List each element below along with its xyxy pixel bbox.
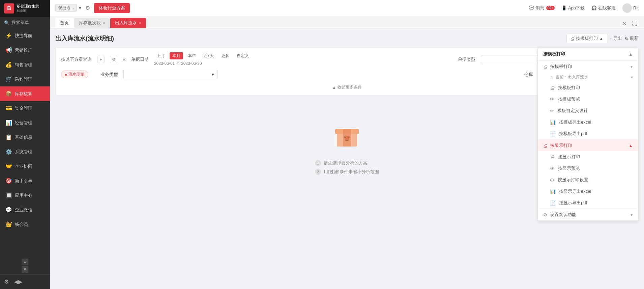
basic-icon: 📋 <box>5 134 12 140</box>
online-service-btn[interactable]: 🎧 在线客服 <box>591 5 616 11</box>
sidebar-item-basic[interactable]: 📋 基础信息 <box>0 130 50 144</box>
template-section-header[interactable]: 🖨 按模板打印 ▾ <box>538 61 638 72</box>
date-tab-prev-month[interactable]: 上月 <box>154 52 168 59</box>
display-preview-item[interactable]: 👁 按显示预览 <box>538 163 638 174</box>
default-section-label: 设置默认功能 <box>550 212 576 218</box>
sidebar-item-guide[interactable]: 🎯 新手引导 <box>0 174 50 188</box>
message-icon: 💬 <box>529 5 534 10</box>
export-icon: ↑ <box>610 36 612 41</box>
sidebar-item-sales[interactable]: 💰 销售管理 <box>0 57 50 72</box>
tab-inout-flow-close[interactable]: × <box>139 21 141 25</box>
account-name: 畅捷通... <box>55 4 77 12</box>
tabs-bar: 首页 库存批次账 × 出入库流水 × ✕ ⛶ <box>50 16 644 28</box>
display-excel-item[interactable]: 📊 按显示导出excel <box>538 186 638 197</box>
date-tab-current-month[interactable]: 本月 <box>170 52 183 59</box>
sidebar-item-label: 基础信息 <box>15 134 32 140</box>
default-section-header[interactable]: ⚙ 设置默认功能 ▾ <box>538 209 638 220</box>
logo-icon: B <box>4 3 14 14</box>
app-download-label: App下载 <box>568 5 585 11</box>
app-version: 标准版 <box>17 9 39 13</box>
sidebar-item-label: 系统管理 <box>15 149 32 155</box>
template-print-item[interactable]: 🖨 按模板打印 <box>538 82 638 94</box>
tab-inventory-batch-close[interactable]: × <box>103 21 105 25</box>
template-pdf-item[interactable]: 📄 按模板导出pdf <box>538 128 638 139</box>
warehouse-label: 仓库 <box>524 72 533 78</box>
sidebar-item-cooperation[interactable]: 🤝 企业协同 <box>0 159 50 174</box>
sidebar-item-quick-nav[interactable]: ⚡ 快捷导航 <box>0 28 50 43</box>
export-btn[interactable]: ↑ 导出 <box>610 35 622 42</box>
filter-add-btn[interactable]: + <box>97 56 105 63</box>
user-menu[interactable]: Rit <box>622 3 639 13</box>
trial-btn[interactable]: 体验行业方案 <box>94 3 130 13</box>
template-preview-label: 按模板预览 <box>558 96 580 102</box>
maximize-window-btn[interactable]: ⛶ <box>631 19 639 28</box>
pdf-icon: 📄 <box>550 131 556 136</box>
message-btn[interactable]: 💬 消息 99+ <box>529 5 555 11</box>
tab-inventory-batch-label: 库存批次账 <box>79 20 101 26</box>
collapse-btn[interactable]: ▲ 收起更多条件 <box>332 84 362 90</box>
business-type-select[interactable]: ▾ <box>123 70 218 79</box>
sidebar-item-inventory[interactable]: 📦 库存核算 <box>0 86 50 101</box>
page-top-bar: 出入库流水(流水明细) 🖨 按模板打印 ▲ ↑ 导出 ↻ 刷新 <box>55 34 639 43</box>
template-excel-label: 按模板导出excel <box>559 119 591 125</box>
sidebar-item-purchase[interactable]: 🛒 采购管理 <box>0 72 50 86</box>
search-menu[interactable]: 🔍 搜索菜单 <box>0 17 50 28</box>
tab-inout-flow[interactable]: 出入库流水 × <box>110 18 146 28</box>
sidebar-item-apps[interactable]: 🔲 应用中心 <box>0 188 50 203</box>
sidebar-item-label: 新手引导 <box>15 178 32 184</box>
sidebar-item-label: 营销推广 <box>15 47 32 53</box>
sidebar-item-operations[interactable]: 📊 经营管理 <box>0 115 50 130</box>
date-tab-7days[interactable]: 近7天 <box>201 52 216 59</box>
template-design-item[interactable]: ✏ 模板自定义设计 <box>538 105 638 116</box>
chevron-up-dropdown: ▲ <box>628 52 633 57</box>
display-pdf-icon: 📄 <box>550 200 556 206</box>
display-print-settings-item[interactable]: ⚙ 按显示打印设置 <box>538 174 638 186</box>
sidebar-item-marketing[interactable]: 📢 营销推广 <box>0 43 50 57</box>
step-1-text: 请先选择要分析的方案 <box>324 160 368 166</box>
refresh-btn[interactable]: ↻ 刷新 <box>625 35 639 42</box>
tab-inout-flow-label: 出入库流水 <box>115 20 137 26</box>
date-tab-more[interactable]: 更多 <box>218 52 232 59</box>
date-tab-custom[interactable]: 自定义 <box>234 52 252 59</box>
empty-svg <box>330 120 364 153</box>
default-settings-section: ⚙ 设置默认功能 ▾ <box>538 209 638 220</box>
template-design-label: 模板自定义设计 <box>557 108 588 114</box>
template-print-btn[interactable]: 🖨 按模板打印 ▲ <box>566 34 607 43</box>
display-print-icon: 🖨 <box>543 143 548 148</box>
filter-tag-label: 流水明细 <box>68 72 85 77</box>
filter-collapse-btn[interactable]: « <box>123 56 126 62</box>
sidebar-item-wechat[interactable]: 💬 企业微信 <box>0 203 50 217</box>
tab-home[interactable]: 首页 <box>55 18 74 28</box>
operations-icon: 📊 <box>5 120 12 126</box>
sales-icon: 💰 <box>5 61 12 68</box>
settings-icon[interactable]: ⚙ <box>4 279 9 285</box>
template-preview-item[interactable]: 👁 按模板预览 <box>538 94 638 105</box>
dropdown-title: 按模板打印 <box>543 51 565 57</box>
close-window-btn[interactable]: ✕ <box>621 19 628 28</box>
sidebar: B 畅捷通好生意 标准版 🔍 搜索菜单 ⚡ 快捷导航 📢 营销推广 💰 销售管理… <box>0 0 50 289</box>
date-tab-current-year[interactable]: 本年 <box>185 52 199 59</box>
marketing-icon: 📢 <box>5 47 12 53</box>
filter-tag-icon: ● <box>65 72 67 77</box>
collapse-sidebar-icon[interactable]: ◀▶ <box>14 279 22 285</box>
account-selector[interactable]: 畅捷通... ▾ <box>55 4 81 12</box>
chevron-down-template: ▾ <box>631 64 633 69</box>
scroll-up-btn[interactable]: ▲ <box>22 259 28 265</box>
gear-icon[interactable]: ⚙ <box>85 5 90 11</box>
scroll-down-btn[interactable]: ▼ <box>22 266 28 273</box>
display-print-item-icon: 🖨 <box>550 154 555 160</box>
sidebar-item-vip[interactable]: 👑 畅会员 <box>0 217 50 232</box>
tab-inventory-batch[interactable]: 库存批次账 × <box>74 18 110 28</box>
filter-settings-btn[interactable]: ⚙ <box>110 56 117 63</box>
display-pdf-item[interactable]: 📄 按显示导出pdf <box>538 197 638 209</box>
sidebar-item-label: 采购管理 <box>15 76 32 82</box>
app-download-btn[interactable]: 📱 App下载 <box>561 5 585 11</box>
display-print-item[interactable]: 🖨 按显示打印 <box>538 151 638 163</box>
sidebar-item-finance[interactable]: 💳 资金管理 <box>0 101 50 115</box>
sidebar-bottom: ⚙ ◀▶ <box>0 274 50 289</box>
sidebar-item-system[interactable]: ⚙️ 系统管理 <box>0 144 50 159</box>
empty-step-2: 2 用[过滤]条件来缩小分析范围 <box>315 169 379 175</box>
display-section-header[interactable]: 🖨 按显示打印 ▲ <box>538 140 638 151</box>
template-excel-item[interactable]: 📊 按模板导出excel <box>538 116 638 128</box>
sidebar-item-label: 应用中心 <box>15 192 32 199</box>
